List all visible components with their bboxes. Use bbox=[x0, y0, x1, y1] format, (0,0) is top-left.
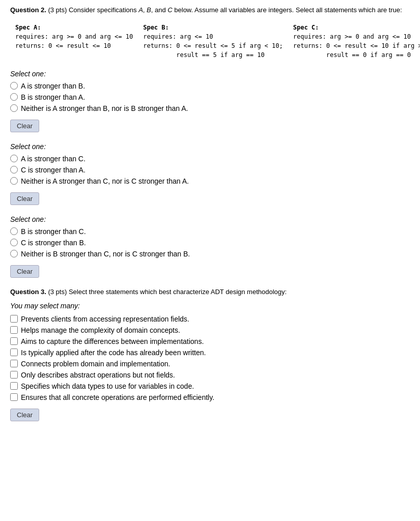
spec-c-title: Spec C: bbox=[293, 23, 420, 32]
label-q3o2[interactable]: Helps manage the complexity of domain co… bbox=[21, 326, 180, 334]
radio-option-g3o2[interactable]: C is stronger than B. bbox=[10, 239, 410, 247]
checkbox-option-q3o8[interactable]: Ensures that all concrete operations are… bbox=[10, 393, 410, 401]
checkbox-q3o7[interactable] bbox=[10, 382, 18, 390]
label-g1o1[interactable]: A is stronger than B. bbox=[21, 82, 85, 90]
radio-g2o2[interactable] bbox=[10, 166, 18, 173]
group1-options: A is stronger than B. B is stronger than… bbox=[10, 82, 410, 112]
spec-a-title: Spec A: bbox=[15, 23, 133, 32]
spec-a-line1: requires: arg >= 0 and arg <= 10 bbox=[15, 32, 133, 41]
checkbox-option-q3o2[interactable]: Helps manage the complexity of domain co… bbox=[10, 326, 410, 334]
radio-g2o1[interactable] bbox=[10, 155, 18, 162]
spec-c-line3: result == 0 if arg == 0 bbox=[293, 50, 420, 60]
label-g1o3[interactable]: Neither is A stronger than B, nor is B s… bbox=[21, 104, 188, 112]
radio-option-g2o1[interactable]: A is stronger than C. bbox=[10, 155, 410, 163]
checkbox-q3o6[interactable] bbox=[10, 371, 18, 379]
checkbox-option-q3o3[interactable]: Aims to capture the differences between … bbox=[10, 337, 410, 345]
checkbox-q3o8[interactable] bbox=[10, 393, 18, 401]
question3-pts: (3 pts) Select three statements which be… bbox=[48, 288, 287, 296]
label-g2o1[interactable]: A is stronger than C. bbox=[21, 155, 86, 163]
radio-g2o3[interactable] bbox=[10, 177, 18, 185]
question2-title: Question 2. bbox=[10, 6, 46, 14]
question3-title: Question 3. bbox=[10, 288, 46, 296]
question2-pts: (3 pts) Consider specifications A, B, an… bbox=[48, 6, 402, 14]
radio-g1o1[interactable] bbox=[10, 82, 18, 90]
checkbox-q3o2[interactable] bbox=[10, 326, 18, 334]
clear-group2-button[interactable]: Clear bbox=[10, 192, 39, 205]
label-q3o6[interactable]: Only describes abstract operations but n… bbox=[21, 371, 175, 379]
clear-question3-button[interactable]: Clear bbox=[10, 409, 39, 421]
question3-header: Question 3. (3 pts) Select three stateme… bbox=[10, 288, 410, 296]
label-g3o2[interactable]: C is stronger than B. bbox=[21, 239, 86, 247]
clear-group1-button[interactable]: Clear bbox=[10, 120, 39, 132]
spec-b-title: Spec B: bbox=[143, 23, 283, 32]
group1-label: Select one: bbox=[10, 70, 410, 78]
clear-group3-button[interactable]: Clear bbox=[10, 265, 39, 278]
group2-label: Select one: bbox=[10, 142, 410, 151]
radio-g3o1[interactable] bbox=[10, 227, 18, 235]
checkbox-group: Prevents clients from accessing represen… bbox=[10, 315, 410, 421]
spec-c-line2: returns: 0 <= result <= 10 if arg > 0; bbox=[293, 41, 420, 50]
group3-label: Select one: bbox=[10, 215, 410, 223]
group3-options: B is stronger than C. C is stronger than… bbox=[10, 227, 410, 258]
label-q3o7[interactable]: Specifies which data types to use for va… bbox=[21, 382, 194, 390]
spec-b-line3: result == 5 if arg == 10 bbox=[143, 50, 283, 60]
radio-group1: Select one: A is stronger than B. B is s… bbox=[10, 70, 410, 132]
spec-b: Spec B: requires: arg <= 10 returns: 0 <… bbox=[143, 23, 283, 60]
spec-b-line1: requires: arg <= 10 bbox=[143, 32, 283, 41]
checkbox-option-q3o7[interactable]: Specifies which data types to use for va… bbox=[10, 382, 410, 390]
spec-a-line2: returns: 0 <= result <= 10 bbox=[15, 41, 133, 50]
label-g2o2[interactable]: C is stronger than A. bbox=[21, 166, 86, 174]
checkbox-q3o3[interactable] bbox=[10, 337, 18, 345]
checkbox-option-q3o5[interactable]: Connects problem domain and implementati… bbox=[10, 360, 410, 368]
label-q3o3[interactable]: Aims to capture the differences between … bbox=[21, 337, 204, 345]
label-q3o5[interactable]: Connects problem domain and implementati… bbox=[21, 360, 170, 368]
checkbox-option-q3o1[interactable]: Prevents clients from accessing represen… bbox=[10, 315, 410, 323]
spec-a: Spec A: requires: arg >= 0 and arg <= 10… bbox=[15, 23, 133, 60]
checkbox-option-q3o6[interactable]: Only describes abstract operations but n… bbox=[10, 371, 410, 379]
radio-g1o2[interactable] bbox=[10, 93, 18, 101]
radio-option-g3o3[interactable]: Neither is B stronger than C, nor is C s… bbox=[10, 250, 410, 258]
radio-option-g2o3[interactable]: Neither is A stronger than C, nor is C s… bbox=[10, 177, 410, 185]
label-g2o3[interactable]: Neither is A stronger than C, nor is C s… bbox=[21, 177, 189, 185]
group2-options: A is stronger than C. C is stronger than… bbox=[10, 155, 410, 185]
radio-group3: Select one: B is stronger than C. C is s… bbox=[10, 215, 410, 278]
radio-g1o3[interactable] bbox=[10, 104, 18, 112]
radio-option-g1o3[interactable]: Neither is A stronger than B, nor is B s… bbox=[10, 104, 410, 112]
spec-c: Spec C: requires: arg >= 0 and arg <= 10… bbox=[293, 23, 420, 60]
label-q3o4[interactable]: Is typically applied after the code has … bbox=[21, 349, 206, 357]
checkbox-q3o4[interactable] bbox=[10, 349, 18, 356]
spec-c-line1: requires: arg >= 0 and arg <= 10 bbox=[293, 32, 420, 41]
label-g3o1[interactable]: B is stronger than C. bbox=[21, 227, 86, 236]
label-q3o8[interactable]: Ensures that all concrete operations are… bbox=[21, 393, 214, 401]
label-g3o3[interactable]: Neither is B stronger than C, nor is C s… bbox=[21, 250, 190, 258]
checkbox-q3o1[interactable] bbox=[10, 315, 18, 323]
radio-g3o2[interactable] bbox=[10, 239, 18, 246]
radio-g3o3[interactable] bbox=[10, 250, 18, 257]
radio-option-g1o2[interactable]: B is stronger than A. bbox=[10, 93, 410, 101]
question2-header: Question 2. (3 pts) Consider specificati… bbox=[10, 5, 410, 15]
radio-option-g2o2[interactable]: C is stronger than A. bbox=[10, 166, 410, 174]
checkbox-option-q3o4[interactable]: Is typically applied after the code has … bbox=[10, 349, 410, 357]
checkbox-q3o5[interactable] bbox=[10, 360, 18, 367]
label-q3o1[interactable]: Prevents clients from accessing represen… bbox=[21, 315, 189, 323]
spec-b-line2: returns: 0 <= result <= 5 if arg < 10; bbox=[143, 41, 283, 50]
question2-block: Question 2. (3 pts) Consider specificati… bbox=[10, 5, 410, 278]
radio-group2: Select one: A is stronger than C. C is s… bbox=[10, 142, 410, 205]
radio-option-g1o1[interactable]: A is stronger than B. bbox=[10, 82, 410, 90]
spec-container: Spec A: requires: arg >= 0 and arg <= 10… bbox=[10, 20, 410, 62]
radio-option-g3o1[interactable]: B is stronger than C. bbox=[10, 227, 410, 236]
you-may-select-label: You may select many: bbox=[10, 302, 410, 310]
label-g1o2[interactable]: B is stronger than A. bbox=[21, 93, 85, 101]
question3-block: Question 3. (3 pts) Select three stateme… bbox=[10, 288, 410, 421]
